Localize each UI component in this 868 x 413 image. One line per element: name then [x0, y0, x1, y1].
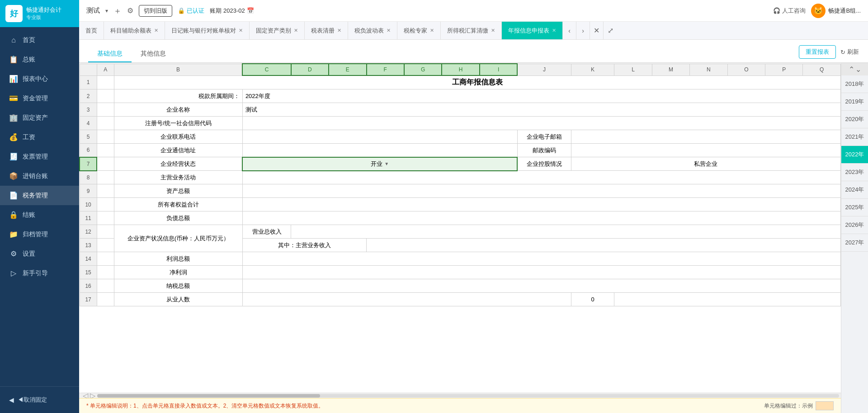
sidebar-item-settle[interactable]: 🔒结账 [0, 205, 79, 225]
year-item-2025[interactable]: 2025年 [841, 199, 868, 216]
sidebar-item-inventory[interactable]: 📦进销台账 [0, 166, 79, 186]
year-item-2018[interactable]: 2018年 [841, 75, 868, 93]
cell-7-k[interactable]: 私营企业 [571, 157, 840, 171]
refresh-button[interactable]: ↻ 刷新 [840, 48, 859, 56]
year-nav-down-icon[interactable]: ⌄ [855, 65, 861, 74]
cell-6-k[interactable] [571, 144, 840, 157]
cell-16-c[interactable] [242, 279, 840, 293]
cell-17-l[interactable]: 0 [571, 293, 614, 306]
switch-old-version-button[interactable]: 切到旧版 [139, 5, 172, 17]
tab-incometax[interactable]: 所得税汇算清缴 ✕ [441, 22, 502, 39]
tab-taxwave-close[interactable]: ✕ [387, 28, 391, 33]
consult-button[interactable]: 🎧 人工咨询 [773, 7, 806, 15]
cell-7-c[interactable]: 开业 ▼ [242, 157, 517, 171]
cell-15-c[interactable] [242, 266, 840, 279]
spreadsheet-area[interactable]: A B C D E F G H I J K L [79, 63, 841, 393]
topbar-settings-icon[interactable]: ⚙ [127, 6, 133, 15]
tab-taxwave[interactable]: 税负波动表 ✕ [348, 22, 397, 39]
year-item-2020[interactable]: 2020年 [841, 111, 868, 128]
sidebar: 好 畅捷通好会计 专业版 ⌂首页📋总账📊报表中心💳资金管理🏢固定资产💰工资🧾发票… [0, 0, 79, 413]
hscroll-thumb[interactable] [97, 394, 320, 398]
year-item-2023[interactable]: 2023年 [841, 164, 868, 181]
cell-12-c: 营业总收入 [242, 225, 291, 239]
sidebar-item-settings[interactable]: ⚙设置 [0, 244, 79, 263]
year-item-2027[interactable]: 2027年 [841, 234, 868, 252]
cell-2-c[interactable]: 2022年度 [242, 89, 840, 103]
cell-14-c[interactable] [242, 252, 840, 266]
sidebar-item-assets[interactable]: 🏢固定资产 [0, 108, 79, 127]
tab-auxiliary-label: 科目辅助余额表 [110, 27, 151, 35]
col-header-d: D [291, 64, 329, 75]
hscroll-track[interactable] [97, 394, 839, 398]
cell-2-a [97, 89, 114, 103]
tab-auxiliary-close[interactable]: ✕ [154, 28, 158, 33]
year-item-2022[interactable]: 2022年 [841, 146, 868, 164]
sidebar-item-reports[interactable]: 📊报表中心 [0, 69, 79, 89]
topbar-dropdown-icon[interactable]: ▾ [105, 8, 108, 14]
sidebar-pin-button[interactable]: ◀ ◀取消固定 [0, 391, 79, 408]
tabbar: 首页 科目辅助余额表 ✕ 日记账与银行对账单核对 ✕ 固定资产类别 ✕ 税表清册… [79, 22, 868, 40]
cell-17-c[interactable] [242, 293, 571, 306]
tab-expand-button[interactable]: ⤢ [604, 22, 617, 39]
tab-taxcheck[interactable]: 税检专家 ✕ [397, 22, 441, 39]
sidebar-item-archive[interactable]: 📁归档管理 [0, 225, 79, 244]
cell-17-m[interactable] [614, 293, 841, 306]
cell-4-c[interactable] [242, 117, 840, 130]
subtab-basic[interactable]: 基础信息 [88, 46, 132, 62]
cell-5-c[interactable] [242, 130, 517, 144]
cell-8-c[interactable] [242, 171, 840, 184]
sidebar-item-ledger[interactable]: 📋总账 [0, 50, 79, 69]
tab-annual-close[interactable]: ✕ [552, 28, 556, 33]
subtab-other[interactable]: 其他信息 [132, 46, 175, 62]
logo-text: 畅捷通好会计 专业版 [26, 6, 61, 20]
tab-journal[interactable]: 日记账与银行对账单核对 ✕ [165, 22, 250, 39]
sidebar-item-home[interactable]: ⌂首页 [0, 31, 79, 50]
cell-5-k[interactable] [571, 130, 840, 144]
dropdown-arrow-icon[interactable]: ▼ [384, 161, 389, 166]
tab-taxreturn-close[interactable]: ✕ [337, 28, 341, 33]
year-nav-up-icon[interactable]: ⌃ [849, 65, 854, 74]
sidebar-item-invoices[interactable]: 🧾发票管理 [0, 147, 79, 166]
cell-8-b: 主营业务活动 [114, 171, 242, 184]
cell-13-f[interactable] [367, 239, 841, 252]
tab-taxreturn[interactable]: 税表清册 ✕ [305, 22, 348, 39]
year-item-2026[interactable]: 2026年 [841, 216, 868, 234]
cell-9-c[interactable] [242, 184, 840, 198]
sidebar-item-funds[interactable]: 💳资金管理 [0, 89, 79, 108]
tab-auxiliary[interactable]: 科目辅助余额表 ✕ [104, 22, 165, 39]
year-item-2021[interactable]: 2021年 [841, 128, 868, 146]
tab-home[interactable]: 首页 [79, 22, 104, 39]
cell-10-c[interactable] [242, 198, 840, 211]
table-row: 6 企业通信地址 邮政编码 [80, 144, 841, 157]
reset-report-button[interactable]: 重置报表 [799, 45, 836, 59]
tab-annual[interactable]: 年报信息申报表 ✕ [502, 22, 563, 39]
cell-14-a [97, 252, 114, 266]
tab-fixedasset-close[interactable]: ✕ [294, 28, 298, 33]
tab-taxcheck-close[interactable]: ✕ [430, 28, 434, 33]
sidebar-menu: ⌂首页📋总账📊报表中心💳资金管理🏢固定资产💰工资🧾发票管理📦进销台账📄税务管理🔒… [0, 27, 79, 386]
cell-3-c[interactable]: 测试 [242, 103, 840, 117]
sidebar-item-wages[interactable]: 💰工资 [0, 127, 79, 147]
topbar-add-button[interactable]: ＋ [113, 5, 122, 16]
cell-9-a [97, 184, 114, 198]
cell-6-c[interactable] [242, 144, 517, 157]
sidebar-item-tax[interactable]: 📄税务管理 [0, 186, 79, 205]
year-item-2019[interactable]: 2019年 [841, 93, 868, 111]
year-item-2024[interactable]: 2024年 [841, 181, 868, 199]
table-row: 11 负债总额 [80, 211, 841, 225]
horizontal-scrollbar[interactable]: ◁ ▷ [79, 393, 841, 398]
tab-incometax-close[interactable]: ✕ [491, 28, 495, 33]
tab-nav-next[interactable]: › [576, 22, 590, 39]
tab-close-all-button[interactable]: ✕ [590, 22, 604, 39]
tab-nav-prev[interactable]: ‹ [563, 22, 576, 39]
sidebar-item-label-invoices: 发票管理 [23, 153, 48, 161]
cell-12-d[interactable] [291, 225, 841, 239]
tab-fixedasset[interactable]: 固定资产类别 ✕ [250, 22, 305, 39]
calendar-icon[interactable]: 📅 [247, 7, 254, 14]
user-menu[interactable]: 🐱 畅捷通B组... [811, 4, 861, 18]
sidebar-item-guide[interactable]: ▷新手引导 [0, 263, 79, 283]
avatar: 🐱 [811, 4, 826, 18]
cell-5-b: 企业联系电话 [114, 130, 242, 144]
tab-journal-close[interactable]: ✕ [239, 28, 243, 33]
cell-11-c[interactable] [242, 211, 840, 225]
